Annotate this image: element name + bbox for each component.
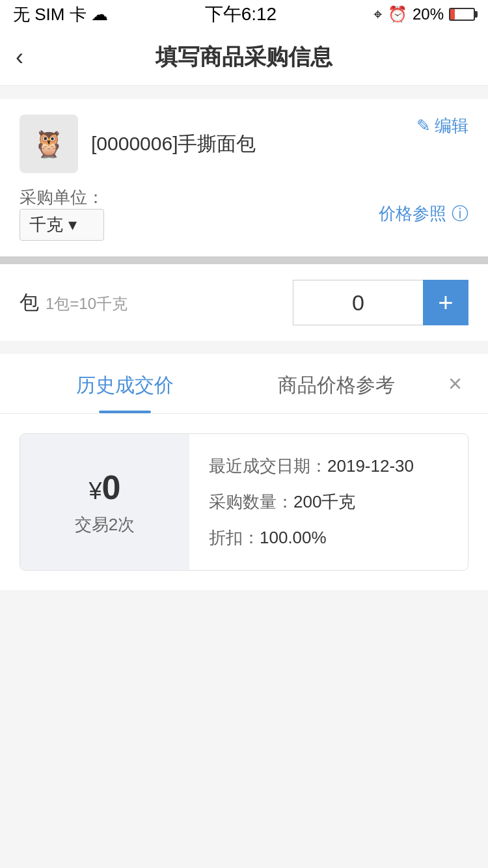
purchase-qty-label: 采购数量： (209, 492, 293, 511)
product-thumbnail: 🦉 (20, 115, 78, 173)
quantity-label: 包 1包=10千克 (20, 290, 128, 316)
page-title: 填写商品采购信息 (156, 42, 332, 72)
quantity-conversion: 1包=10千克 (46, 293, 128, 314)
chevron-down-icon: ▾ (68, 215, 77, 235)
status-left: 无 SIM 卡 ☁ (13, 3, 108, 26)
recent-date-label: 最近成交日期： (209, 456, 327, 476)
product-top-row: 🦉 [0000006]手撕面包 ✎ 编辑 (20, 115, 468, 173)
discount-label: 折扣： (209, 528, 260, 547)
product-title: 手撕面包 (178, 133, 256, 154)
status-right: ⌖ ⏰ 20% (373, 5, 475, 23)
product-id: [0000006] (91, 133, 178, 154)
alarm-icon: ⏰ (388, 5, 407, 23)
unit-value: 千克 (29, 213, 63, 236)
unit-select[interactable]: 千克 ▾ (20, 209, 104, 241)
sim-status: 无 SIM 卡 ☁ (13, 3, 108, 26)
quantity-input-wrap: + (293, 280, 468, 325)
nav-bar: ‹ 填写商品采购信息 (0, 29, 488, 86)
currency-symbol: ¥ (89, 478, 102, 504)
discount-value: 100.00% (260, 528, 327, 547)
quantity-plus-button[interactable]: + (423, 280, 468, 325)
price-ref-label: 价格参照 (379, 202, 446, 225)
recent-date-row: 最近成交日期：2019-12-30 (209, 454, 448, 479)
tab-close-button[interactable]: × (442, 364, 468, 404)
battery-fill (450, 9, 455, 20)
price-value: 0 (102, 468, 121, 506)
battery-icon (449, 8, 475, 21)
location-icon: ⌖ (373, 5, 383, 23)
price-ref-button[interactable]: 价格参照 ⓘ (379, 202, 468, 225)
purchase-qty-row: 采购数量：200千克 (209, 489, 448, 515)
gray-divider (0, 256, 488, 264)
unit-label-wrap: 采购单位： 千克 ▾ (20, 186, 104, 241)
product-card: 🦉 [0000006]手撕面包 ✎ 编辑 采购单位： 千克 ▾ 价格参照 ⓘ (0, 99, 488, 256)
status-time: 下午6:12 (205, 2, 277, 27)
edit-button[interactable]: ✎ 编辑 (416, 115, 468, 137)
bottom-area (0, 590, 488, 868)
back-button[interactable]: ‹ (16, 44, 23, 71)
purchase-qty-value: 200千克 (293, 492, 355, 511)
quantity-row: 包 1包=10千克 + (0, 264, 488, 341)
edit-icon: ✎ (416, 116, 431, 136)
trade-count: 交易2次 (75, 513, 135, 536)
unit-label: 采购单位： (20, 187, 104, 207)
status-bar: 无 SIM 卡 ☁ 下午6:12 ⌖ ⏰ 20% (0, 0, 488, 29)
tab-price-reference[interactable]: 商品价格参考 (230, 354, 441, 413)
product-name: [0000006]手撕面包 (91, 131, 256, 157)
history-right-panel: 最近成交日期：2019-12-30 采购数量：200千克 折扣：100.00% (189, 434, 468, 570)
tabs-container: 历史成交价 商品价格参考 × (0, 354, 488, 414)
history-left-panel: ¥0 交易2次 (20, 434, 189, 570)
quantity-unit: 包 (20, 290, 39, 316)
history-card: ¥0 交易2次 最近成交日期：2019-12-30 采购数量：200千克 折扣：… (20, 433, 468, 571)
product-unit-row: 采购单位： 千克 ▾ 价格参照 ⓘ (20, 186, 468, 241)
recent-date-value: 2019-12-30 (327, 456, 414, 476)
product-logo: 🦉 (33, 129, 65, 159)
battery-percent: 20% (413, 5, 444, 23)
discount-row: 折扣：100.00% (209, 525, 448, 550)
history-price: ¥0 (89, 468, 121, 507)
edit-label: 编辑 (435, 115, 468, 137)
tab-history-price[interactable]: 历史成交价 (20, 354, 230, 413)
product-left: 🦉 [0000006]手撕面包 (20, 115, 256, 173)
quantity-input[interactable] (293, 280, 423, 325)
history-section: ¥0 交易2次 最近成交日期：2019-12-30 采购数量：200千克 折扣：… (0, 414, 488, 590)
help-icon: ⓘ (452, 202, 468, 225)
